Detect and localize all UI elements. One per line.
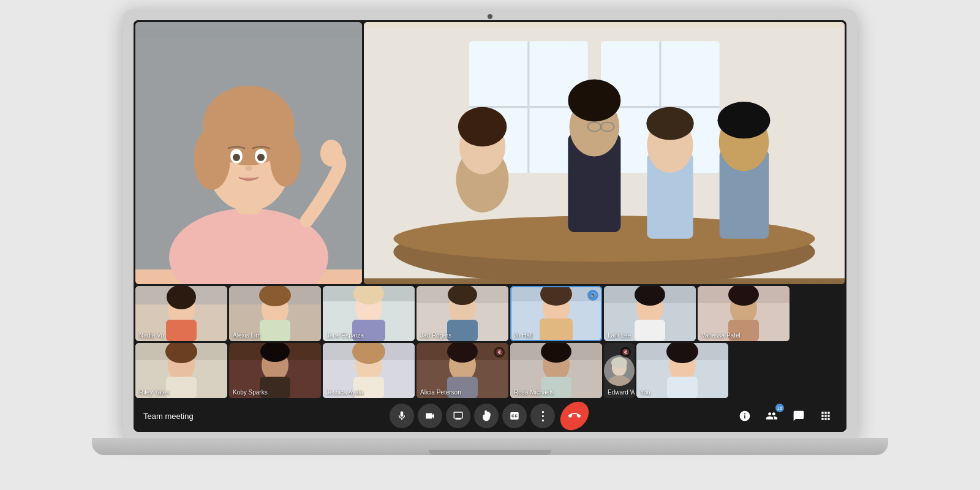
group-meeting-tile[interactable] xyxy=(364,22,845,284)
present-button[interactable] xyxy=(446,404,470,428)
participant-name-rosa: Rosa Michaels xyxy=(514,389,554,396)
participant-name-jessica: Jessica Ayala xyxy=(326,389,363,396)
more-options-button[interactable]: ⋮ xyxy=(530,404,555,428)
participant-name-riley: Riley Yates xyxy=(139,389,170,396)
muted-indicator-edward: 🔇 xyxy=(620,347,631,358)
svg-rect-41 xyxy=(166,320,197,341)
speaker-video xyxy=(135,22,362,284)
microphone-button[interactable] xyxy=(390,404,414,428)
participant-name-nadia: Nadia Vu xyxy=(139,332,164,339)
participant-tile-jo[interactable]: 🔊 Jo Hall xyxy=(510,286,602,341)
chat-button[interactable] xyxy=(788,405,810,427)
participant-name-vanessa: Vanessa Patel xyxy=(701,332,741,339)
svg-rect-56 xyxy=(447,320,478,341)
svg-rect-76 xyxy=(166,377,197,398)
svg-rect-66 xyxy=(635,320,665,341)
participant-name-alexis: Alexis Lim xyxy=(233,332,261,339)
participant-tile-koby[interactable]: Koby Sparks xyxy=(229,343,321,398)
participant-tile-jessica[interactable]: Jessica Ayala xyxy=(323,343,415,398)
svg-rect-61 xyxy=(540,318,573,341)
svg-point-11 xyxy=(245,166,252,171)
participant-tile-riley[interactable]: Riley Yates xyxy=(135,343,227,398)
svg-point-9 xyxy=(233,154,240,161)
participant-name-jad: Jad Rogers xyxy=(420,332,451,339)
participant-name-edward: Edward Wheeler xyxy=(608,389,635,396)
participant-tile-vanessa[interactable]: Vanessa Patel xyxy=(698,286,790,341)
group-video xyxy=(364,22,845,284)
end-call-button[interactable] xyxy=(554,396,594,432)
participant-tile-alicia[interactable]: 🔇 Alicia Peterson xyxy=(417,343,508,398)
svg-point-27 xyxy=(568,80,620,122)
meeting-title: Team meeting xyxy=(143,412,194,421)
raise-hand-button[interactable] xyxy=(474,404,499,428)
speaking-indicator: 🔊 xyxy=(587,290,598,301)
participant-tile-edward[interactable]: 🔇 Edward Wheeler xyxy=(604,343,635,398)
participant-tile-rosa[interactable]: Rosa Michaels xyxy=(510,343,602,398)
svg-point-99 xyxy=(611,357,627,368)
laptop-base xyxy=(92,438,888,455)
sidebar-controls: 16 xyxy=(734,405,837,427)
svg-point-12 xyxy=(320,140,342,167)
svg-rect-105 xyxy=(667,377,698,398)
info-button[interactable] xyxy=(734,405,756,427)
main-speaker-tile[interactable] xyxy=(135,22,362,284)
main-video-area xyxy=(134,20,846,284)
laptop-device: Nadia Vu Alexis Lim xyxy=(92,9,888,481)
participant-name-koby: Koby Sparks xyxy=(233,389,268,396)
camera-button[interactable] xyxy=(418,404,442,428)
participant-tile-lani[interactable]: Lani Lee xyxy=(604,286,696,341)
screen-bezel: Nadia Vu Alexis Lim xyxy=(123,9,858,438)
laptop-screen: Nadia Vu Alexis Lim xyxy=(134,20,846,432)
media-controls: ⋮ xyxy=(390,404,590,428)
control-bar: Team meeting xyxy=(134,400,846,432)
participant-tile-jane[interactable]: Jane Esparza xyxy=(323,286,415,341)
svg-point-10 xyxy=(257,154,265,161)
participant-name-you: You xyxy=(640,389,650,396)
participant-name-alicia: Alicia Peterson xyxy=(420,389,461,396)
svg-point-33 xyxy=(717,102,770,138)
svg-point-24 xyxy=(458,107,507,147)
captions-button[interactable] xyxy=(502,404,527,428)
participants-badge: 16 xyxy=(775,404,784,412)
participant-name-jo: Jo Hall xyxy=(514,332,533,339)
muted-indicator-alicia: 🔇 xyxy=(494,347,505,358)
svg-rect-46 xyxy=(260,320,290,341)
participant-tile-alexis[interactable]: Alexis Lim xyxy=(229,286,321,341)
participant-tile-nadia[interactable]: Nadia Vu xyxy=(135,286,227,341)
participants-button[interactable]: 16 xyxy=(761,405,783,427)
participant-tile-jad[interactable]: Jad Rogers xyxy=(417,286,508,341)
participant-name-lani: Lani Lee xyxy=(608,332,631,339)
svg-point-30 xyxy=(646,107,693,140)
participant-tile-you[interactable]: You xyxy=(636,343,728,398)
participant-name-jane: Jane Esparza xyxy=(326,332,364,339)
svg-point-5 xyxy=(194,129,230,190)
svg-point-6 xyxy=(270,132,301,187)
activities-button[interactable] xyxy=(815,405,837,427)
camera-dot xyxy=(488,14,492,19)
